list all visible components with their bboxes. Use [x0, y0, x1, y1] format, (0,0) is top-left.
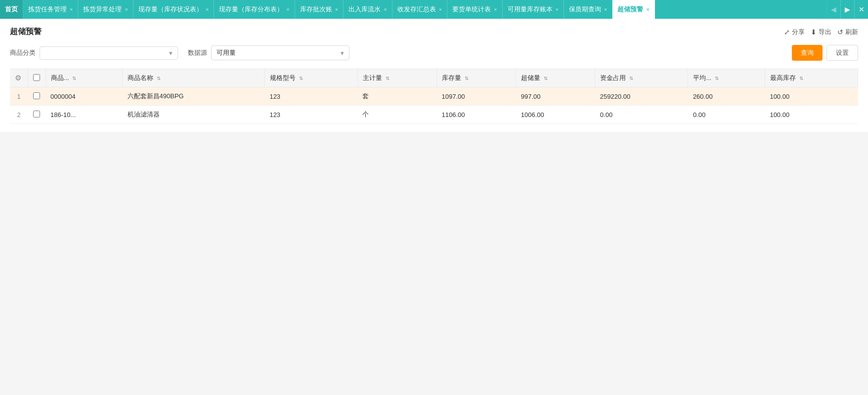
tab-close-icon[interactable]: ×	[286, 6, 289, 12]
export-label: 导出	[819, 28, 831, 37]
row-maxstock: 100.00	[765, 106, 858, 124]
table-col-unit-header[interactable]: 主计量 ⇅	[357, 69, 436, 87]
tab-shoufacunhuizong[interactable]: 收发存汇总表 ×	[392, 0, 447, 19]
row-maxstock: 100.00	[765, 87, 858, 106]
table-col-spec-header[interactable]: 规格型号 ⇅	[264, 69, 357, 87]
category-select[interactable]: ▾	[40, 46, 178, 60]
tab-label: 超储预警	[617, 5, 643, 14]
topbar-nav-buttons: ◀ ▶ ✕	[826, 0, 868, 19]
sort-icon-spec: ⇅	[299, 76, 303, 81]
tab-baozhi[interactable]: 保质期查询 ×	[564, 0, 612, 19]
tab-close-icon[interactable]: ×	[646, 6, 649, 12]
tab-close-icon[interactable]: ×	[206, 6, 209, 12]
row-checkbox[interactable]	[33, 111, 40, 118]
tab-kucunpicizh[interactable]: 库存批次账 ×	[295, 0, 344, 19]
table-col-stock-header[interactable]: 库存量 ⇅	[437, 69, 516, 87]
tab-xiancunliang-fenbiao[interactable]: 现存量（库存分布表） ×	[214, 0, 295, 19]
col-overstock-label: 超储量	[521, 74, 540, 81]
data-table: ⚙ 商品... ⇅ 商品名称 ⇅ 规格型号 ⇅ 主计量	[10, 69, 858, 124]
col-code-label: 商品...	[51, 74, 69, 81]
export-icon: ⬇	[811, 28, 817, 36]
row-name: 六配套新昌490BPG	[123, 87, 265, 106]
table-header-checkbox	[28, 69, 45, 87]
category-filter-group: 商品分类 ▾	[10, 46, 178, 60]
select-all-checkbox[interactable]	[33, 74, 40, 81]
tab-jianhuoyichangchuli[interactable]: 拣货异常处理 ×	[78, 0, 133, 19]
table-col-capital-header[interactable]: 资金占用 ⇅	[595, 69, 688, 87]
tab-yaohuo[interactable]: 要货单统计表 ×	[447, 0, 502, 19]
row-overstock: 997.00	[516, 87, 595, 106]
settings-button[interactable]: 设置	[826, 45, 858, 61]
tab-keyongliang[interactable]: 可用量库存账本 ×	[503, 0, 564, 19]
row-overstock: 1006.00	[516, 106, 595, 124]
tab-label: 拣货任务管理	[28, 5, 67, 14]
table-header: ⚙ 商品... ⇅ 商品名称 ⇅ 规格型号 ⇅ 主计量	[10, 69, 858, 87]
row-checkbox[interactable]	[33, 92, 40, 99]
row-index: 2	[10, 106, 28, 124]
table-col-overstock-header[interactable]: 超储量 ⇅	[516, 69, 595, 87]
sort-icon-overstock: ⇅	[544, 76, 548, 81]
table-col-avg-header[interactable]: 平均... ⇅	[688, 69, 765, 87]
datasource-select[interactable]: 可用量 ▾	[211, 45, 349, 60]
tab-churukuliushui[interactable]: 出入库流水 ×	[344, 0, 392, 19]
tab-label: 收发存汇总表	[397, 5, 436, 14]
row-spec: 123	[264, 106, 357, 124]
home-label: 首页	[5, 5, 18, 14]
row-unit: 个	[357, 106, 436, 124]
row-checkbox-cell	[28, 106, 45, 124]
tab-close-icon[interactable]: ×	[384, 6, 387, 12]
refresh-button[interactable]: ↺ 刷新	[837, 28, 858, 37]
sort-icon-code: ⇅	[72, 76, 76, 81]
row-avg: 260.00	[688, 87, 765, 106]
table-body: 1 0000004 六配套新昌490BPG 123 套 1097.00 997.…	[10, 87, 858, 124]
refresh-label: 刷新	[845, 28, 858, 37]
tab-close-icon[interactable]: ×	[604, 6, 607, 12]
col-maxstock-label: 最高库存	[770, 74, 796, 81]
tab-close-icon[interactable]: ×	[70, 6, 73, 12]
tab-chaochuyujing[interactable]: 超储预警 ×	[612, 0, 654, 19]
row-spec: 123	[264, 87, 357, 106]
col-name-label: 商品名称	[128, 74, 153, 81]
tab-jianhuorenwuguanli[interactable]: 拣货任务管理 ×	[23, 0, 78, 19]
nav-close-button[interactable]: ✕	[854, 0, 868, 19]
nav-next-button[interactable]: ▶	[840, 0, 854, 19]
tab-close-icon[interactable]: ×	[335, 6, 338, 12]
export-button[interactable]: ⬇ 导出	[811, 28, 831, 37]
sort-icon-avg: ⇅	[715, 76, 719, 81]
tab-label: 现存量（库存分布表）	[219, 5, 283, 14]
datasource-filter-group: 数据源 可用量 ▾	[188, 45, 349, 60]
tab-close-icon[interactable]: ×	[125, 6, 128, 12]
filter-row: 商品分类 ▾ 数据源 可用量 ▾ 查询 设置	[10, 45, 858, 61]
row-capital: 259220.00	[595, 87, 688, 106]
col-spec-label: 规格型号	[270, 74, 296, 81]
table-header-settings: ⚙	[10, 69, 28, 87]
row-code: 186-10...	[45, 106, 123, 124]
row-unit: 套	[357, 87, 436, 106]
table-col-maxstock-header[interactable]: 最高库存 ⇅	[765, 69, 858, 87]
filter-actions: 查询 设置	[792, 45, 858, 61]
tab-label: 保质期查询	[569, 5, 601, 14]
row-code: 0000004	[45, 87, 123, 106]
table-row: 1 0000004 六配套新昌490BPG 123 套 1097.00 997.…	[10, 87, 858, 106]
table-col-code-header[interactable]: 商品... ⇅	[45, 69, 123, 87]
tab-label: 可用量库存账本	[508, 5, 553, 14]
table-settings-gear-icon[interactable]: ⚙	[15, 74, 21, 82]
table-col-name-header[interactable]: 商品名称 ⇅	[123, 69, 265, 87]
chevron-down-icon: ▾	[169, 49, 173, 57]
tab-label: 现存量（库存状况表）	[138, 5, 203, 14]
tab-close-icon[interactable]: ×	[556, 6, 559, 12]
sort-icon-unit: ⇅	[386, 76, 390, 81]
row-capital: 0.00	[595, 106, 688, 124]
query-button[interactable]: 查询	[792, 45, 823, 61]
nav-prev-button[interactable]: ◀	[826, 0, 840, 19]
share-icon: ⤢	[784, 28, 790, 36]
col-unit-label: 主计量	[363, 74, 382, 81]
tab-label: 要货单统计表	[452, 5, 491, 14]
tab-xiancunliang-kuanchuang[interactable]: 现存量（库存状况表） ×	[133, 0, 214, 19]
tab-label: 拣货异常处理	[83, 5, 122, 14]
tab-label: 出入库流水	[348, 5, 381, 14]
tab-close-icon[interactable]: ×	[494, 6, 497, 12]
home-tab[interactable]: 首页	[0, 0, 23, 19]
tab-close-icon[interactable]: ×	[439, 6, 442, 12]
share-button[interactable]: ⤢ 分享	[784, 28, 805, 37]
